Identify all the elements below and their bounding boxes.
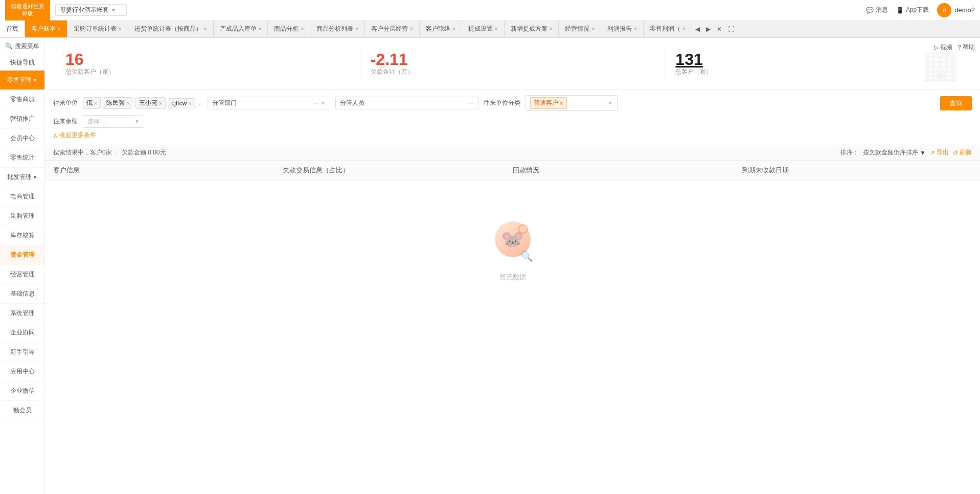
category-filter-arrow-icon: ▼: [608, 100, 613, 106]
sidebar-item-retail-mall[interactable]: 零售商城: [0, 90, 44, 109]
sidebar-item-member-center[interactable]: 会员中心: [0, 129, 44, 148]
table-container: 客户信息 欠款交易信息（占比） 回款情况 到期未收款日期 🐭 🔍: [45, 161, 980, 494]
tab-home[interactable]: 首页: [0, 20, 25, 38]
tab-profit-report[interactable]: 利润报告 ×: [601, 20, 644, 38]
tab-customer-ledger[interactable]: 客户账本 ×: [25, 20, 67, 38]
filter-tag-wang-remove[interactable]: ×: [159, 100, 162, 106]
category-tag-remove[interactable]: ×: [560, 100, 563, 107]
sidebar-item-wechat[interactable]: 企业微信: [0, 381, 44, 401]
people-filter-label: 分管人员: [340, 99, 364, 107]
tab-scroll-left[interactable]: ◀: [692, 20, 703, 38]
sidebar-item-member[interactable]: 畅会员: [0, 401, 44, 420]
category-tag-label: 普通客户: [534, 99, 558, 107]
tab-operations-close[interactable]: ×: [591, 26, 595, 32]
sort-area: 排序： 按欠款金额倒序排序 ▼ ↗ 导出 ↺ 刷新: [840, 148, 972, 157]
tab-customer-contact-label: 客户联络: [426, 25, 450, 33]
people-filter[interactable]: 分管人员 ···: [335, 97, 478, 109]
sidebar-item-wholesale[interactable]: 批发管理 ▼: [0, 168, 44, 187]
user-area[interactable]: d demo2: [937, 3, 975, 17]
filter-tags: 佤 × 陈民强 × 王小亮 × cjttcw × ...: [83, 97, 202, 109]
tab-customer-contact-close[interactable]: ×: [452, 26, 455, 32]
tab-new-commission-close[interactable]: ×: [550, 26, 553, 32]
help-button[interactable]: ? 帮助: [958, 43, 975, 52]
tab-customer-tier-close[interactable]: ×: [410, 26, 413, 32]
dept-filter[interactable]: 分管部门 ··· ▼: [208, 97, 330, 109]
tab-customer-ledger-close[interactable]: ×: [58, 26, 61, 32]
sidebar-item-operations[interactable]: 经营管理: [0, 265, 44, 284]
export-button[interactable]: ↗ 导出: [930, 148, 949, 157]
tab-profit-report-close[interactable]: ×: [634, 26, 637, 32]
people-filter-ellipsis-icon: ···: [469, 100, 474, 107]
sidebar-item-wechat-label: 企业微信: [10, 387, 35, 394]
tab-new-commission[interactable]: 新增提成方案 ×: [505, 20, 559, 38]
refresh-button[interactable]: ↺ 刷新: [953, 148, 972, 157]
sidebar-item-cooperation-label: 企业协同: [10, 329, 35, 336]
tab-customer-tier[interactable]: 客户分层经营 ×: [365, 20, 420, 38]
app-download-button[interactable]: 📱 App下载: [896, 6, 929, 14]
stat-total-customers: 16 总欠款客户（家）: [65, 51, 350, 76]
tab-retail-profit[interactable]: 零售利润（ ×: [644, 20, 692, 38]
filter-tag-cjttcw-remove[interactable]: ×: [188, 100, 191, 106]
stat-total-clients-number: 131: [675, 51, 960, 68]
help-label: 帮助: [963, 43, 975, 52]
tab-purchase-stats-close[interactable]: ×: [119, 26, 122, 32]
tab-product-analysis-close[interactable]: ×: [301, 26, 304, 32]
sort-select[interactable]: 按欠款金额倒序排序 ▼: [863, 148, 926, 157]
sidebar-quick-nav[interactable]: 快捷导航: [0, 55, 44, 71]
tab-scroll-right[interactable]: ▶: [703, 20, 714, 38]
filter-tag-chen-remove[interactable]: ×: [126, 100, 129, 106]
sidebar-item-ecommerce[interactable]: 电商管理: [0, 187, 44, 207]
sidebar-search[interactable]: 🔍 搜索菜单: [0, 38, 44, 55]
search-result-text: 搜索结果中，客户0家: [53, 148, 112, 157]
tab-retail-profit-close[interactable]: ×: [682, 26, 686, 32]
category-selected-tag: 普通客户 ×: [530, 97, 567, 109]
message-button[interactable]: 💬 消息: [866, 6, 888, 14]
sidebar-item-cooperation[interactable]: 企业协同: [0, 323, 44, 343]
query-button[interactable]: 查询: [940, 96, 972, 110]
stat-total-clients: 131 总客户（家）: [675, 51, 960, 76]
tab-goods-stats-close[interactable]: ×: [204, 26, 207, 32]
sidebar-quick-nav-label: 快捷导航: [10, 59, 35, 66]
message-icon: 💬: [866, 7, 874, 14]
sidebar-item-basic-info[interactable]: 基础信息: [0, 284, 44, 304]
category-filter[interactable]: 普通客户 × ▼: [526, 95, 618, 111]
tab-production-close[interactable]: ×: [259, 26, 262, 32]
empty-icon: 🐭 🔍: [487, 221, 538, 262]
sidebar-item-wholesale-label: 批发管理: [7, 173, 32, 182]
sidebar-item-newbie[interactable]: 新手引导: [0, 343, 44, 362]
tab-close-all[interactable]: ✕: [714, 20, 725, 38]
tab-commission[interactable]: 提成设置 ×: [462, 20, 505, 38]
sidebar-item-purchase[interactable]: 采购管理: [0, 207, 44, 226]
stat-total-debt-label: 欠款合计（万）: [371, 68, 655, 76]
sidebar-item-system[interactable]: 系统管理: [0, 304, 44, 323]
tab-product-analysis[interactable]: 商品分析 ×: [268, 20, 310, 38]
filter-tag-wang: 王小亮 ×: [135, 97, 166, 109]
tab-production[interactable]: 产成品入库单 ×: [214, 20, 268, 38]
sidebar-item-retail-management[interactable]: 零售管理 ▼: [0, 71, 44, 90]
sidebar-item-inventory[interactable]: 库存核算: [0, 226, 44, 245]
sidebar-item-retail-arrow-icon: ▼: [33, 78, 37, 83]
amount-filter[interactable]: 选择... ▼: [83, 115, 144, 128]
app-download-icon: 📱: [896, 7, 904, 14]
tab-operations[interactable]: 经营情况 ×: [559, 20, 601, 38]
sidebar-item-app-center[interactable]: 应用中心: [0, 362, 44, 381]
collapse-button[interactable]: ∧ 收起更多条件: [53, 131, 96, 140]
sidebar-item-retail-mall-label: 零售商城: [10, 96, 35, 103]
tab-product-list[interactable]: 商品分析列表 ×: [310, 20, 365, 38]
tab-expand[interactable]: ⛶: [725, 20, 737, 38]
tab-commission-close[interactable]: ×: [495, 26, 498, 32]
dept-filter-ellipsis-icon: ···: [313, 100, 318, 107]
tab-purchase-stats[interactable]: 采购订单统计表 ×: [67, 20, 128, 38]
sidebar-item-retail-stats[interactable]: 零售统计: [0, 148, 44, 168]
empty-state: 🐭 🔍 暂无数据: [45, 181, 980, 323]
tab-product-list-close[interactable]: ×: [355, 26, 358, 32]
filter-more-tags[interactable]: ...: [197, 100, 202, 107]
filter-tag-wa-remove[interactable]: ×: [94, 100, 97, 106]
video-button[interactable]: ▷ 视频: [934, 43, 952, 52]
account-selector[interactable]: 母婴行业演示帐套 ▼: [55, 4, 127, 16]
sidebar-item-finance[interactable]: 资金管理: [0, 245, 44, 265]
tab-customer-contact[interactable]: 客户联络 ×: [420, 20, 462, 38]
tab-goods-stats[interactable]: 进货单统计表（按商品） ×: [128, 20, 214, 38]
table-col-debt-info: 欠款交易信息（占比）: [283, 166, 512, 175]
sidebar-item-marketing[interactable]: 营销推广: [0, 109, 44, 129]
